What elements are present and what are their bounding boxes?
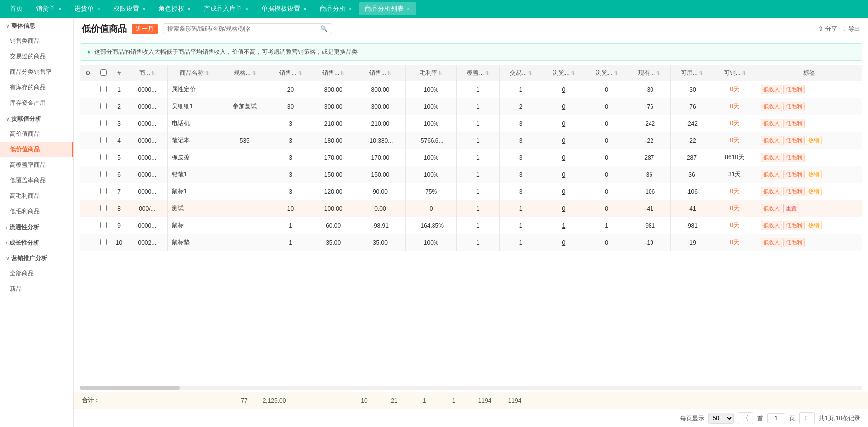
checkbox-cell[interactable]: [96, 98, 111, 115]
checkbox-cell[interactable]: [96, 115, 111, 132]
select-all-checkbox[interactable]: [100, 69, 107, 76]
sidebar-item-high-coverage[interactable]: 高覆盖率商品: [0, 157, 73, 173]
product-tag: 低毛利: [783, 102, 805, 111]
nav-product-analysis-list[interactable]: 商品分析列表 ×: [359, 2, 416, 15]
browse-link[interactable]: 0: [562, 103, 565, 110]
spec-col-header[interactable]: 规格...⇅: [220, 65, 269, 81]
nav-close-icon[interactable]: ×: [58, 6, 61, 12]
browse-link[interactable]: 0: [562, 188, 565, 195]
browse-link[interactable]: 0: [562, 120, 565, 127]
browse-link[interactable]: 0: [562, 171, 565, 178]
checkbox-cell[interactable]: [96, 183, 111, 200]
sidebar-item-category-sales-rate[interactable]: 商品分类销售率: [0, 64, 73, 80]
sale-avg-col-header[interactable]: 销售...⇅: [355, 65, 406, 81]
cover-col-header[interactable]: 覆盖...⇅: [457, 65, 500, 81]
nav-close-icon[interactable]: ×: [245, 6, 248, 12]
search-icon[interactable]: 🔍: [320, 25, 328, 32]
sidebar-group-growth[interactable]: › 成长性分析: [0, 235, 73, 250]
nav-finished-goods[interactable]: 产成品入库单 ×: [198, 2, 254, 15]
browse-link[interactable]: 0: [562, 86, 565, 93]
filter-tag-button[interactable]: 近一月: [132, 24, 158, 34]
available-col-header[interactable]: 可用...⇅: [670, 65, 713, 81]
browse-link[interactable]: 0: [562, 205, 565, 212]
sidebar-item-low-coverage[interactable]: 低覆盖率商品: [0, 173, 73, 188]
row-checkbox[interactable]: [100, 188, 107, 194]
sale-income-col-header[interactable]: 销售...⇅: [312, 65, 355, 81]
sidebar-item-low-margin[interactable]: 低毛利商品: [0, 204, 73, 219]
sidebar-item-stocked-products[interactable]: 有库存的商品: [0, 80, 73, 95]
row-checkbox[interactable]: [100, 120, 107, 126]
sidebar-item-stock-capital[interactable]: 库存资金占用: [0, 95, 73, 111]
sidebar-item-new-products[interactable]: 新品: [0, 281, 73, 297]
browse1-col-header[interactable]: 浏览...⇅: [542, 65, 585, 81]
checkbox-cell[interactable]: [96, 217, 111, 234]
checkbox-cell[interactable]: [96, 149, 111, 166]
browse-link[interactable]: 0: [562, 154, 565, 161]
sidebar-group-circulation[interactable]: › 流通性分析: [0, 219, 73, 235]
row-checkbox[interactable]: [100, 137, 107, 143]
nav-close-icon[interactable]: ×: [97, 6, 100, 12]
sidebar-item-all-products[interactable]: 全部商品: [0, 266, 73, 281]
collapse-arrow-icon: ›: [6, 240, 7, 246]
trade-col-header[interactable]: 交易...⇅: [499, 65, 542, 81]
browse2-col-header[interactable]: 浏览...⇅: [585, 65, 628, 81]
next-page-button[interactable]: 〉: [799, 412, 815, 424]
checkbox-cell[interactable]: [96, 166, 111, 183]
code-col-header[interactable]: 商...⇅: [127, 65, 168, 81]
margin-rate-col-header[interactable]: 毛利率⇅: [406, 65, 457, 81]
share-button[interactable]: ⇧ 分享: [818, 25, 837, 33]
nav-close-icon[interactable]: ×: [303, 6, 306, 12]
nav-permission-settings[interactable]: 权限设置 ×: [107, 2, 151, 15]
salable-col-header[interactable]: 可销...⇅: [713, 65, 756, 81]
search-input[interactable]: [167, 25, 317, 32]
checkbox-cell[interactable]: [96, 200, 111, 217]
checkbox-col-header[interactable]: [96, 65, 111, 81]
nav-role-auth[interactable]: 角色授权 ×: [152, 2, 196, 15]
settings-col-header[interactable]: ⚙: [80, 65, 96, 81]
sidebar-item-traded-products[interactable]: 交易过的商品: [0, 49, 73, 64]
sidebar-item-high-margin[interactable]: 高毛利商品: [0, 188, 73, 204]
browse2-val: 0: [585, 149, 628, 166]
trade-count: 2: [499, 98, 542, 115]
page-number-input[interactable]: [767, 413, 785, 423]
browse-link[interactable]: 1: [562, 222, 565, 229]
per-page-select[interactable]: 50 100 200: [708, 413, 734, 424]
row-checkbox[interactable]: [100, 103, 107, 109]
share-icon: ⇧: [818, 25, 823, 32]
sidebar-item-low-value[interactable]: 低价值商品: [0, 142, 73, 157]
browse-link[interactable]: 0: [562, 239, 565, 246]
sidebar-group-contribution[interactable]: ∨ 贡献值分析: [0, 111, 73, 126]
nav-close-icon[interactable]: ×: [407, 6, 410, 12]
nav-template-settings[interactable]: 单据模板设置 ×: [255, 2, 312, 15]
nav-purchase-order[interactable]: 进货单 ×: [68, 2, 106, 15]
nav-close-icon[interactable]: ×: [187, 6, 190, 12]
nav-close-icon[interactable]: ×: [349, 6, 352, 12]
horizontal-scrollbar[interactable]: [80, 386, 862, 390]
nav-sales-order[interactable]: 销货单 ×: [30, 2, 67, 15]
first-page-button[interactable]: 〈: [738, 412, 753, 424]
nav-close-icon[interactable]: ×: [142, 6, 145, 12]
row-checkbox[interactable]: [100, 205, 107, 211]
nav-home[interactable]: 首页: [4, 2, 29, 15]
browse-link[interactable]: 0: [562, 137, 565, 144]
sidebar-item-high-value[interactable]: 高价值商品: [0, 126, 73, 142]
sale-qty-col-header[interactable]: 销售...⇅: [269, 65, 312, 81]
row-checkbox[interactable]: [100, 171, 107, 177]
available-val: -242: [670, 115, 713, 132]
checkbox-cell[interactable]: [96, 81, 111, 98]
sidebar-item-sales-products[interactable]: 销售类商品: [0, 33, 73, 49]
checkbox-cell[interactable]: [96, 132, 111, 149]
scrollbar-thumb[interactable]: [80, 386, 180, 390]
stock-col-header[interactable]: 现有...⇅: [628, 65, 670, 81]
row-checkbox[interactable]: [100, 222, 107, 228]
name-col-header[interactable]: 商品名称⇅: [167, 65, 220, 81]
sidebar-group-overview[interactable]: ∨ 整体信息: [0, 18, 73, 33]
checkbox-cell[interactable]: [96, 234, 111, 251]
sale-qty: 20: [269, 81, 312, 98]
nav-product-analysis[interactable]: 商品分析 ×: [314, 2, 358, 15]
export-button[interactable]: ↓ 导出: [843, 25, 860, 33]
row-checkbox[interactable]: [100, 239, 107, 245]
row-checkbox[interactable]: [100, 154, 107, 160]
sidebar-group-marketing[interactable]: ∨ 营销推广分析: [0, 250, 73, 266]
row-checkbox[interactable]: [100, 86, 107, 92]
